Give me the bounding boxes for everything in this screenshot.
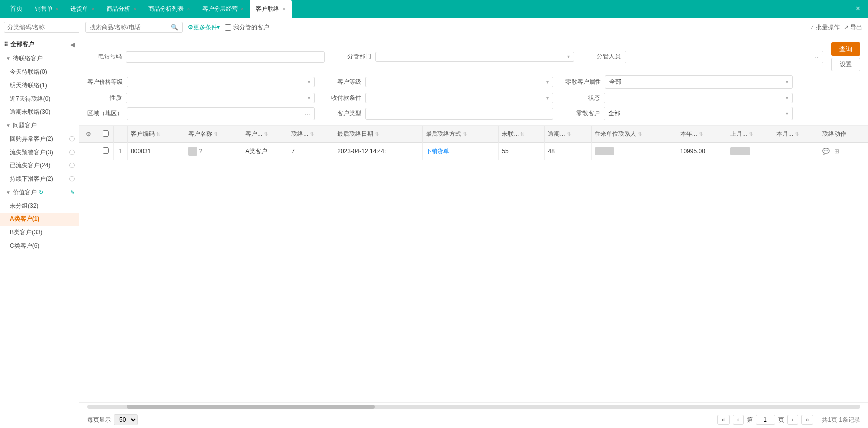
dept-select[interactable]: ▾ (375, 52, 574, 62)
more-filters-btn[interactable]: ⚙ 更多条件 ▾ (188, 23, 220, 32)
last-page-btn[interactable]: » (801, 415, 814, 425)
close-analysis-list-tab[interactable]: × (187, 6, 190, 12)
next-page-btn[interactable]: › (787, 415, 798, 425)
sort-this-month[interactable]: ⇅ (795, 131, 799, 137)
refresh-icon[interactable]: ↻ (39, 189, 43, 196)
sidebar-item-churned[interactable]: 已流失客户(24) ⓘ (0, 159, 79, 172)
close-segment-tab[interactable]: × (241, 6, 244, 12)
retail-select[interactable]: 全部 ▾ (604, 107, 793, 120)
filter-cell-retail: 零散客户 全部 ▾ (565, 107, 793, 120)
horiz-scroll-thumb[interactable] (127, 405, 375, 409)
filter-cell-dept: 分管部门 ▾ (336, 52, 574, 62)
sort-code[interactable]: ⇅ (156, 131, 160, 137)
sidebar-group-value-header[interactable]: ▼ 价值客户 ↻ ✎ (0, 186, 79, 199)
sort-this-year[interactable]: ⇅ (699, 131, 703, 137)
sidebar-item-a-class[interactable]: A类客户(1) (0, 213, 79, 226)
batch-op-btn[interactable]: ☑ 批量操作 (809, 23, 840, 32)
filter-search-input[interactable] (90, 24, 169, 31)
grid-icon: ⠿ (4, 41, 8, 48)
close-sales-tab[interactable]: × (55, 6, 58, 12)
sidebar-all-customers[interactable]: ⠿ 全部客户 ◀ (0, 37, 79, 52)
query-btn[interactable]: 查询 (831, 42, 860, 56)
sort-contact[interactable]: ⇅ (310, 131, 314, 137)
sort-last-method[interactable]: ⇅ (463, 131, 467, 137)
status-arrow: ▾ (786, 95, 788, 101)
my-customers-checkbox[interactable]: 我分管的客户 (225, 23, 269, 32)
last-method-link[interactable]: 下销货单 (426, 148, 449, 155)
customer-type-input[interactable] (365, 108, 554, 120)
row-this-month (773, 143, 819, 160)
sort-type[interactable]: ⇅ (264, 131, 268, 137)
row-action: 💬 ⊞ (819, 143, 868, 160)
prev-page-btn[interactable]: ‹ (733, 415, 744, 425)
collapse-icon[interactable]: ◀ (70, 41, 75, 48)
sidebar-search-input[interactable] (4, 22, 79, 33)
sidebar-item-7days[interactable]: 近7天待联络(0) (0, 92, 79, 106)
price-level-select[interactable]: ▾ (127, 77, 315, 87)
nav-tab-analysis[interactable]: 商品分析 × (101, 0, 142, 18)
nav-tab-analysis-list[interactable]: 商品分析列表 × (142, 0, 196, 18)
per-page-select[interactable]: 50 (114, 414, 138, 425)
my-customers-check[interactable] (225, 24, 231, 31)
phone-input[interactable] (126, 51, 325, 63)
sidebar-item-churn-warning[interactable]: 流失预警客户(3) ⓘ (0, 146, 79, 159)
row-last-method: 下销货单 (423, 143, 499, 160)
sidebar-item-c-class[interactable]: C类客户(6) (0, 239, 79, 253)
sort-overdue[interactable]: ⇅ (567, 131, 571, 137)
last-month-placeholder (730, 147, 750, 155)
payment-arrow: ▾ (546, 95, 549, 101)
close-contact-tab[interactable]: × (282, 6, 285, 12)
nav-tab-customer-contact[interactable]: 客户联络 × (250, 0, 291, 18)
info-icon4[interactable]: ⓘ (69, 175, 75, 183)
close-window-btn[interactable]: × (852, 4, 864, 13)
info-icon[interactable]: ⓘ (69, 135, 75, 143)
nav-tab-customer-segment[interactable]: 客户分层经营 × (196, 0, 250, 18)
dept-select-arrow: ▾ (567, 54, 570, 59)
sort-last-month[interactable]: ⇅ (749, 131, 753, 137)
first-page-btn[interactable]: « (717, 415, 730, 425)
manager-select[interactable]: ··· (625, 51, 823, 63)
nav-home[interactable]: 首页 (4, 0, 29, 18)
sort-unit-contact[interactable]: ⇅ (638, 131, 642, 137)
sidebar-group-pending-header[interactable]: ▼ 待联络客户 (0, 52, 79, 65)
sidebar-item-declining[interactable]: 持续下滑客户(2) ⓘ (0, 172, 79, 186)
col-settings[interactable]: ⚙ (79, 126, 98, 143)
row-checkbox[interactable] (103, 147, 109, 154)
select-all-checkbox[interactable] (103, 130, 109, 137)
grid-action-icon[interactable]: ⊞ (834, 148, 839, 155)
payment-select[interactable]: ▾ (365, 93, 554, 103)
nature-select[interactable]: ▾ (126, 93, 315, 103)
sidebar-item-b-class[interactable]: B类客户(33) (0, 226, 79, 239)
region-select[interactable]: ··· (127, 107, 315, 120)
nature-label: 性质 (87, 94, 122, 102)
col-checkbox (98, 126, 114, 143)
close-analysis-tab[interactable]: × (133, 6, 136, 12)
sidebar-item-repurchase-anomaly[interactable]: 回购异常客户(2) ⓘ (0, 132, 79, 146)
retail-attr-select[interactable]: 全部 ▾ (605, 75, 793, 89)
sort-uncontacted[interactable]: ⇅ (520, 131, 524, 137)
sort-name[interactable]: ⇅ (214, 131, 217, 137)
filter-search-icon[interactable]: 🔍 (171, 24, 178, 31)
col-last-month: 上月... ⇅ (727, 126, 773, 143)
settings-btn[interactable]: 设置 (831, 58, 860, 71)
customer-level-select[interactable]: ▾ (365, 77, 554, 87)
sidebar-item-today[interactable]: 今天待联络(0) (0, 65, 79, 79)
edit-icon[interactable]: ✎ (70, 189, 75, 196)
horiz-scrollbar[interactable] (87, 405, 860, 409)
nav-tab-sales[interactable]: 销售单 × (29, 0, 64, 18)
info-icon2[interactable]: ⓘ (69, 149, 75, 156)
sidebar-item-overdue[interactable]: 逾期未联络(30) (0, 106, 79, 119)
row-code: 000031 (128, 143, 185, 160)
close-purchase-tab[interactable]: × (91, 6, 94, 12)
info-icon3[interactable]: ⓘ (69, 162, 75, 169)
export-btn[interactable]: ↗ 导出 (844, 23, 862, 32)
chat-icon[interactable]: 💬 (822, 148, 830, 155)
sidebar-item-ungrouped[interactable]: 未分组(32) (0, 199, 79, 213)
sidebar-group-problem-header[interactable]: ▼ 问题客户 (0, 119, 79, 132)
phone-label: 电话号码 (87, 53, 122, 61)
nav-tab-purchase[interactable]: 进货单 × (64, 0, 100, 18)
page-number-input[interactable] (756, 415, 775, 425)
status-select[interactable]: ▾ (604, 93, 793, 103)
sidebar-item-tomorrow[interactable]: 明天待联络(1) (0, 79, 79, 92)
sort-last-date[interactable]: ⇅ (375, 131, 379, 137)
